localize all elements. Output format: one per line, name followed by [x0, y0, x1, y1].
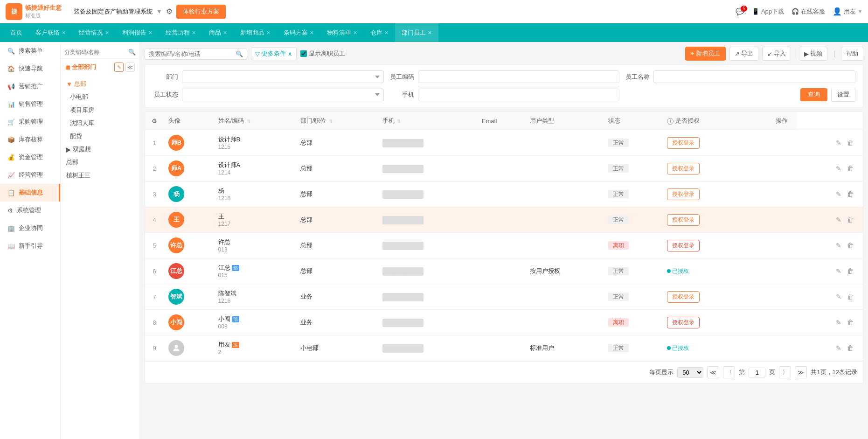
sidebar-item-stock[interactable]: 📦 库存核算: [0, 131, 60, 148]
settings-icon[interactable]: ⚙: [166, 7, 173, 16]
auth-btn[interactable]: 授权登录: [667, 188, 700, 200]
show-resigned-checkbox-label[interactable]: 显示离职员工: [300, 49, 345, 58]
close-icon[interactable]: ✕: [266, 30, 271, 36]
col-settings[interactable]: ⚙: [145, 112, 164, 130]
close-icon[interactable]: ✕: [148, 30, 153, 36]
dept-node-double[interactable]: ▶ 双庭想: [61, 143, 139, 156]
close-icon[interactable]: ✕: [223, 30, 227, 36]
tab-warehouse[interactable]: 仓库 ✕: [364, 23, 395, 42]
edit-btn[interactable]: ✎: [834, 292, 843, 301]
tab-department[interactable]: 部门员工 ✕: [395, 23, 438, 42]
edit-btn[interactable]: ✎: [834, 318, 843, 327]
all-dept-label[interactable]: ▦ 全部部门: [65, 63, 96, 71]
close-icon[interactable]: ✕: [310, 30, 314, 36]
delete-btn[interactable]: 🗑: [845, 343, 855, 353]
auth-btn[interactable]: 授权登录: [667, 214, 700, 226]
show-resigned-checkbox[interactable]: [300, 50, 307, 57]
tab-addproduct[interactable]: 新增商品 ✕: [234, 23, 277, 42]
dept-node-project[interactable]: 项目库房: [61, 104, 139, 117]
tab-customer[interactable]: 客户联络 ✕: [29, 23, 72, 42]
auth-btn[interactable]: 授权登录: [667, 317, 700, 328]
employee-code-input[interactable]: [418, 70, 620, 83]
auth-btn[interactable]: 授权登录: [667, 137, 700, 149]
search-btn[interactable]: 查询: [800, 88, 827, 101]
delete-btn[interactable]: 🗑: [845, 138, 855, 147]
sidebar-item-marketing[interactable]: 📢 营销推广: [0, 77, 60, 95]
avatar[interactable]: 江总: [168, 263, 184, 279]
delete-btn[interactable]: 🗑: [845, 164, 855, 173]
delete-btn[interactable]: 🗑: [845, 266, 855, 276]
sidebar-item-basic[interactable]: 📋 基础信息: [0, 184, 60, 202]
add-employee-btn[interactable]: + 新增员工: [685, 47, 726, 61]
delete-btn[interactable]: 🗑: [845, 292, 855, 301]
delete-btn[interactable]: 🗑: [845, 189, 855, 199]
tab-profit[interactable]: 利润报告 ✕: [116, 23, 159, 42]
sidebar-item-system[interactable]: ⚙ 系统管理: [0, 202, 60, 219]
dept-node-small-elec[interactable]: 小电部: [61, 91, 139, 104]
notification-wrap[interactable]: 💬 5: [736, 7, 744, 16]
per-page-select[interactable]: 50 100 200: [677, 367, 703, 378]
close-icon[interactable]: ✕: [384, 30, 389, 36]
col-name[interactable]: 姓名/编码 ⇅: [214, 112, 296, 130]
auth-info-icon[interactable]: i: [667, 118, 674, 125]
setting-btn[interactable]: 设置: [831, 88, 855, 102]
tab-management[interactable]: 经营情况 ✕: [72, 23, 116, 42]
close-icon[interactable]: ✕: [428, 30, 432, 36]
sidebar-item-quick[interactable]: 🏠 快速导航: [0, 60, 60, 77]
delete-btn[interactable]: 🗑: [845, 318, 855, 327]
tab-home[interactable]: 首页: [4, 23, 29, 42]
sidebar-item-operation[interactable]: 📈 经营管理: [0, 166, 60, 184]
last-page-btn[interactable]: ≫: [795, 366, 807, 378]
col-phone[interactable]: 手机 ⇅: [378, 112, 477, 130]
edit-btn[interactable]: ✎: [834, 164, 843, 173]
sidebar-item-finance[interactable]: 💰 资金管理: [0, 148, 60, 166]
edit-btn[interactable]: ✎: [834, 343, 843, 353]
export-btn[interactable]: ↗ 导出: [729, 47, 758, 61]
avatar[interactable]: 智斌: [168, 289, 184, 305]
dept-edit-btn[interactable]: ✎: [114, 63, 124, 72]
auth-btn[interactable]: 授权登录: [667, 240, 700, 251]
close-icon[interactable]: ✕: [105, 30, 109, 36]
dept-search-input[interactable]: [64, 49, 128, 56]
help-icon[interactable]: ｜: [831, 49, 837, 58]
sidebar-item-guide[interactable]: 📖 新手引导: [0, 237, 60, 255]
close-icon[interactable]: ✕: [192, 30, 196, 36]
tab-history[interactable]: 经营历程 ✕: [159, 23, 202, 42]
auth-btn[interactable]: 授权登录: [667, 291, 700, 303]
tab-product[interactable]: 商品 ✕: [202, 23, 234, 42]
page-input[interactable]: [749, 368, 765, 377]
edit-btn[interactable]: ✎: [834, 215, 843, 224]
employee-name-input[interactable]: [653, 70, 855, 83]
avatar[interactable]: 王: [168, 212, 184, 228]
dropdown-arrow-icon[interactable]: ▼: [156, 8, 162, 15]
avatar[interactable]: 师A: [168, 160, 184, 176]
tab-material[interactable]: 物料清单 ✕: [320, 23, 364, 42]
avatar[interactable]: [168, 340, 184, 356]
tab-barcode[interactable]: 条码方案 ✕: [277, 23, 320, 42]
import-btn[interactable]: ↙ 导入: [762, 47, 791, 61]
edit-btn[interactable]: ✎: [834, 266, 843, 276]
search-submit-icon[interactable]: 🔍: [236, 50, 243, 57]
trial-button[interactable]: 体验行业方案: [176, 5, 226, 19]
avatar[interactable]: 小闯: [168, 314, 184, 330]
dept-node-headquarter[interactable]: 总部: [61, 156, 139, 169]
dept-filter-select[interactable]: [182, 70, 384, 83]
dept-node-shenyang[interactable]: 沈阳大库: [61, 117, 139, 130]
delete-btn[interactable]: 🗑: [845, 241, 855, 250]
user-menu-btn[interactable]: 👤 用友 ▼: [833, 7, 862, 16]
close-icon[interactable]: ✕: [353, 30, 357, 36]
app-download-btn[interactable]: 📱 App下载: [752, 7, 784, 16]
close-icon[interactable]: ✕: [62, 30, 66, 36]
online-service-btn[interactable]: 🎧 在线客服: [792, 7, 825, 16]
avatar[interactable]: 许总: [168, 237, 184, 253]
view-btn[interactable]: ▶ 视频: [799, 47, 827, 61]
phone-input[interactable]: [418, 89, 620, 101]
edit-btn[interactable]: ✎: [834, 241, 843, 250]
prev-page-btn[interactable]: 〈: [723, 366, 735, 378]
dept-node-root[interactable]: ▼ 总部: [61, 77, 139, 91]
col-dept[interactable]: 部门/职位 ⇅: [296, 112, 378, 130]
dept-node-zhishu[interactable]: 植树王三: [61, 169, 139, 182]
dept-search-icon[interactable]: 🔍: [128, 49, 136, 56]
more-filters-btn[interactable]: ▽ 更多条件 ∧: [251, 47, 297, 60]
avatar[interactable]: 师B: [168, 135, 184, 151]
